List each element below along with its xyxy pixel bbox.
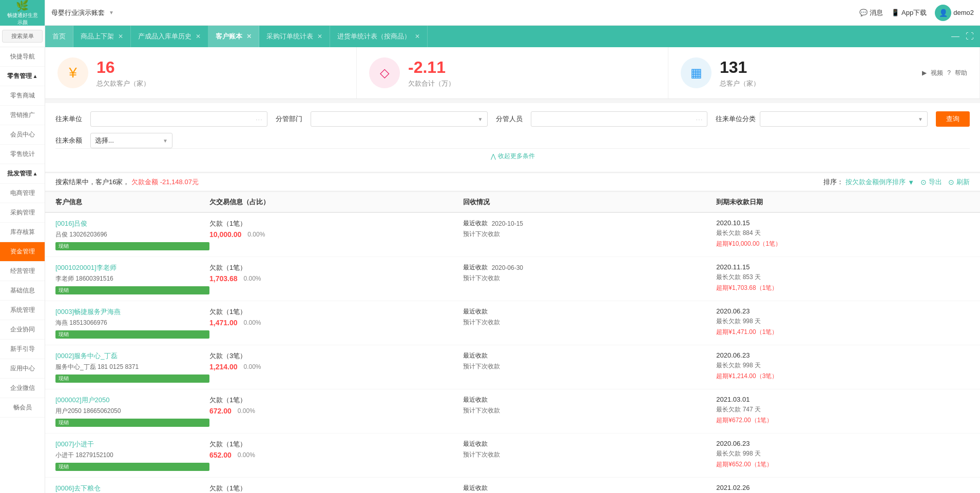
overdue-date-6: 2021.02.26 — [716, 484, 970, 491]
tab-close-5[interactable]: ✕ — [415, 33, 420, 40]
debt-row-5: 652.000.00% — [209, 451, 463, 459]
app-download-btn[interactable]: 📱 App下载 — [891, 8, 927, 17]
sidebar-item-wechat-work[interactable]: 企业微信 — [0, 379, 45, 398]
recovery-next-4: 预计下次收款 — [463, 406, 717, 415]
video-label[interactable]: 视频 — [931, 69, 943, 77]
overdue-link-4[interactable]: 超期¥672.00（1笔） — [716, 416, 970, 425]
tab-5[interactable]: 进货单统计表（按商品）✕ — [330, 26, 428, 47]
filter-category-select[interactable]: ▼ — [760, 111, 928, 127]
customer-name-1[interactable]: [0001020001]李老师 — [55, 263, 209, 272]
overdue-link-2[interactable]: 超期¥1,471.00（1笔） — [716, 328, 970, 337]
filter-dept-select[interactable]: ▼ — [311, 111, 488, 127]
tab-1[interactable]: 商品上下架✕ — [73, 26, 131, 47]
tab-close-2[interactable]: ✕ — [196, 33, 201, 40]
sidebar-nav: 快捷导航零售管理▲零售商城营销推广会员中心零售统计批发管理▲电商管理采购管理库存… — [0, 47, 45, 493]
company-name: 母婴行业演示账套 — [51, 8, 105, 17]
tab-close-3[interactable]: ✕ — [246, 33, 252, 40]
video-icon: ▶ — [922, 69, 927, 76]
collapse-arrow-icon: ⋀ — [491, 153, 496, 160]
search-button[interactable]: 查询 — [936, 111, 970, 127]
customer-name-5[interactable]: [0007]小进干 — [55, 440, 209, 449]
sidebar-item-chang-member[interactable]: 畅会员 — [0, 398, 45, 418]
refresh-icon: ⊙ — [948, 178, 954, 186]
debt-count-3: 欠款（3笔） — [209, 351, 463, 361]
sort-value-btn[interactable]: 按欠款金额倒序排序 — [846, 178, 906, 187]
tab-3[interactable]: 客户账本✕ — [208, 26, 259, 47]
stat-icon-amount: ◇ — [369, 57, 400, 88]
sidebar-item-enterprise-collab[interactable]: 企业协同 — [0, 320, 45, 340]
search-menu-button[interactable]: 搜索菜单 — [2, 30, 43, 43]
tab-close-1[interactable]: ✕ — [118, 33, 123, 40]
customer-contact-1: 李老师 18600391516 — [55, 274, 209, 283]
sidebar-item-retail-mgmt[interactable]: 零售管理▲ — [0, 67, 45, 86]
debt-amount-label: 欠款合计（万） — [408, 79, 455, 88]
tab-label-1: 商品上下架 — [81, 32, 114, 41]
overdue-info-0: 2020.10.15最长欠款 884 天 超期¥10,000.00（1笔） — [716, 219, 970, 248]
table-row: [0001020001]李老师李老师 18600391516现销欠款（1笔）1,… — [45, 257, 980, 301]
customer-tag-1: 现销 — [55, 286, 209, 294]
message-btn[interactable]: 💬 消息 — [859, 8, 883, 17]
sidebar-item-retail-stats[interactable]: 零售统计 — [0, 145, 45, 164]
filter-balance-value: 选择... — [95, 136, 114, 145]
sidebar-item-newbie-guide[interactable]: 新手引导 — [0, 340, 45, 359]
tabs-minimize-btn[interactable]: — — [949, 31, 962, 42]
filter-category-arrow: ▼ — [918, 116, 923, 122]
filter-row-1: 往来单位 ··· 分管部门 ▼ 分管人员 ··· — [55, 111, 970, 127]
refresh-btn[interactable]: ⊙ 刷新 — [948, 178, 970, 187]
tabs-maximize-btn[interactable]: ⛶ — [964, 31, 976, 42]
tab-close-4[interactable]: ✕ — [317, 33, 322, 40]
help-label[interactable]: 帮助 — [955, 69, 967, 77]
overdue-link-3[interactable]: 超期¥1,214.00（3笔） — [716, 372, 970, 381]
logo-icon: 🌿 — [16, 0, 29, 12]
user-avatar-area[interactable]: 👤 demo2 — [935, 5, 974, 21]
overdue-link-5[interactable]: 超期¥652.00（1笔） — [716, 460, 970, 469]
tab-0[interactable]: 首页 — [45, 26, 73, 47]
logo-sub: 示颜 — [17, 19, 28, 26]
recovery-recent-5: 最近收款 — [463, 440, 717, 448]
debt-amount-3: 1,214.00 — [209, 363, 238, 371]
sidebar-item-wholesale-mgmt[interactable]: 批发管理▲ — [0, 164, 45, 184]
sidebar-item-marketing[interactable]: 营销推广 — [0, 106, 45, 125]
sidebar-item-ecommerce-mgmt[interactable]: 电商管理 — [0, 184, 45, 203]
sidebar-item-retail-shop[interactable]: 零售商城 — [0, 86, 45, 106]
debt-row-4: 672.000.00% — [209, 407, 463, 415]
debt-customers-number: 16 — [97, 58, 150, 77]
tab-4[interactable]: 采购订单统计表✕ — [259, 26, 330, 47]
filter-balance-select[interactable]: 选择... ▼ — [90, 133, 172, 148]
sidebar-item-purchase-mgmt[interactable]: 采购管理 — [0, 203, 45, 223]
export-btn[interactable]: ⊙ 导出 — [920, 178, 942, 187]
customer-info-5: [0007]小进干小进干 18279152100现销 — [55, 440, 209, 471]
overdue-link-0[interactable]: 超期¥10,000.00（1笔） — [716, 240, 970, 248]
sidebar-item-sys-mgmt[interactable]: 系统管理 — [0, 301, 45, 320]
sidebar-item-quick-nav[interactable]: 快捷导航 — [0, 47, 45, 67]
overdue-detail-5: 最长欠款 998 天 — [716, 449, 970, 458]
filter-collapse-btn[interactable]: ⋀ 收起更多条件 — [55, 148, 970, 164]
sidebar-item-business-mgmt[interactable]: 经营管理 — [0, 262, 45, 281]
recovery-recent-label-5: 最近收款 — [463, 440, 488, 448]
table-row: [0002]服务中心_丁磊服务中心_丁磊 181 0125 8371现销欠款（3… — [45, 345, 980, 389]
sidebar-item-fund-mgmt[interactable]: 资金管理 — [0, 242, 45, 262]
customer-name-4[interactable]: [000002]用户2050 — [55, 396, 209, 405]
sidebar-item-basic-info[interactable]: 基础信息 — [0, 281, 45, 301]
stat-icon-debt: ¥ — [57, 57, 88, 88]
logo-text: 畅捷通好生意 — [7, 12, 38, 19]
sidebar-item-inventory-calc[interactable]: 库存核算 — [0, 223, 45, 242]
recovery-recent-date-0: 2020-10-15 — [492, 220, 523, 227]
customer-name-2[interactable]: [0003]畅捷服务尹海燕 — [55, 307, 209, 317]
sidebar-item-app-center[interactable]: 应用中心 — [0, 359, 45, 379]
tab-2[interactable]: 产成品入库单历史✕ — [131, 26, 208, 47]
debt-count-1: 欠款（1笔） — [209, 263, 463, 272]
results-actions: 排序： 按欠款金额倒序排序 ▼ ⊙ 导出 ⊙ 刷新 — [823, 178, 970, 187]
customer-name-0[interactable]: [0016]吕俊 — [55, 219, 209, 228]
overdue-date-3: 2020.06.23 — [716, 351, 970, 359]
customer-name-6[interactable]: [0006]去下粮仓 — [55, 484, 209, 493]
sort-label: 排序： — [823, 178, 843, 187]
overdue-link-1[interactable]: 超期¥1,703.68（1笔） — [716, 284, 970, 292]
filter-person-input[interactable]: ··· — [531, 111, 708, 127]
company-dropdown-arrow[interactable]: ▼ — [109, 10, 114, 15]
overdue-date-5: 2020.06.23 — [716, 440, 970, 447]
filter-unit-input[interactable]: ··· — [90, 111, 267, 127]
customer-name-3[interactable]: [0002]服务中心_丁磊 — [55, 351, 209, 361]
sidebar-item-member-center[interactable]: 会员中心 — [0, 125, 45, 145]
debt-count-2: 欠款（1笔） — [209, 307, 463, 317]
